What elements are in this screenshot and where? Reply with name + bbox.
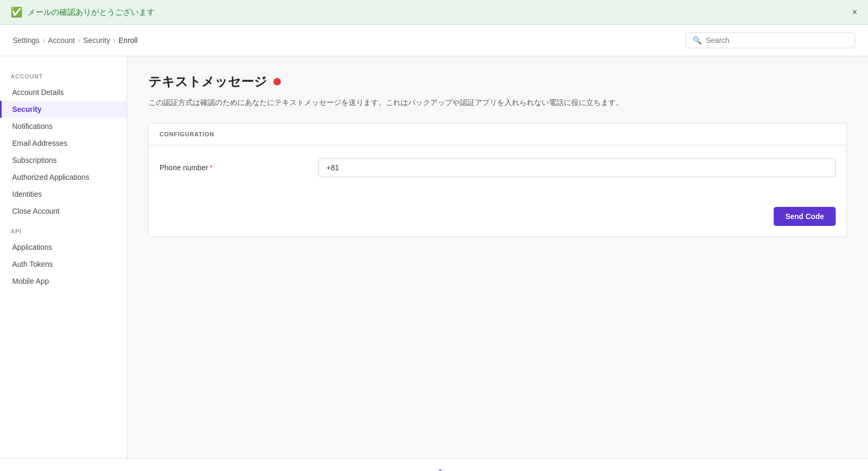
sidebar-item-authorized-applications[interactable]: Authorized Applications xyxy=(0,169,127,186)
sidebar-section-account: ACCOUNT xyxy=(0,73,127,84)
footer-logo xyxy=(431,468,450,471)
sidebar-item-email-addresses[interactable]: Email Addresses xyxy=(0,135,127,152)
page-title-row: テキストメッセージ xyxy=(148,73,847,90)
search-input[interactable] xyxy=(706,36,848,45)
check-circle-icon: ✅ xyxy=(11,6,22,18)
header: Settings › Account › Security › Enroll 🔍 xyxy=(0,25,868,56)
main-content: テキストメッセージ この認証方式は確認のためにあなたにテキストメッセージを送りま… xyxy=(127,56,868,458)
page-title: テキストメッセージ xyxy=(148,73,267,90)
sidebar-item-account-details[interactable]: Account Details xyxy=(0,84,127,101)
config-section-label: CONFIGURATION xyxy=(149,124,846,145)
page-description: この認証方式は確認のためにあなたにテキストメッセージを送ります。これはバックアッ… xyxy=(148,97,847,108)
breadcrumb-sep-2: › xyxy=(78,37,80,44)
form-actions: Send Code xyxy=(149,200,846,237)
sidebar-section-api: API xyxy=(0,228,127,239)
sidebar-item-subscriptions[interactable]: Subscriptions xyxy=(0,152,127,169)
footer: Privacy Policy Terms of Use API Docs Con… xyxy=(0,458,868,471)
toast-close-button[interactable]: × xyxy=(852,7,857,17)
sidebar-item-applications[interactable]: Applications xyxy=(0,239,127,256)
search-box: 🔍 xyxy=(686,32,855,48)
status-dot xyxy=(273,78,281,85)
phone-number-label: Phone number* xyxy=(160,163,318,172)
sidebar-item-security[interactable]: Security xyxy=(0,101,127,118)
sidebar-item-mobile-app[interactable]: Mobile App xyxy=(0,273,127,290)
toast-message: メールの確認ありがとうございます xyxy=(28,7,155,18)
sidebar-item-auth-tokens[interactable]: Auth Tokens xyxy=(0,256,127,273)
config-card-body: Phone number* xyxy=(149,145,846,200)
breadcrumb-settings[interactable]: Settings xyxy=(13,36,40,45)
search-icon: 🔍 xyxy=(693,36,702,45)
sidebar-item-close-account[interactable]: Close Account xyxy=(0,203,127,220)
breadcrumb-account[interactable]: Account xyxy=(48,36,75,45)
send-code-button[interactable]: Send Code xyxy=(774,207,836,226)
toast-notification: ✅ メールの確認ありがとうございます × xyxy=(0,0,868,25)
sidebar-item-identities[interactable]: Identities xyxy=(0,186,127,203)
phone-number-row: Phone number* xyxy=(160,158,836,177)
breadcrumb-enroll: Enroll xyxy=(119,36,138,45)
sidebar-item-notifications[interactable]: Notifications xyxy=(0,118,127,135)
phone-number-input[interactable] xyxy=(318,158,836,177)
config-card: CONFIGURATION Phone number* Send Code xyxy=(148,123,847,237)
breadcrumb-sep-1: › xyxy=(43,37,45,44)
breadcrumb-security[interactable]: Security xyxy=(83,36,110,45)
page-layout: ACCOUNT Account Details Security Notific… xyxy=(0,56,868,458)
breadcrumb-sep-3: › xyxy=(113,37,116,44)
required-mark: * xyxy=(210,163,212,172)
breadcrumb: Settings › Account › Security › Enroll xyxy=(13,36,138,45)
sidebar: ACCOUNT Account Details Security Notific… xyxy=(0,56,127,458)
